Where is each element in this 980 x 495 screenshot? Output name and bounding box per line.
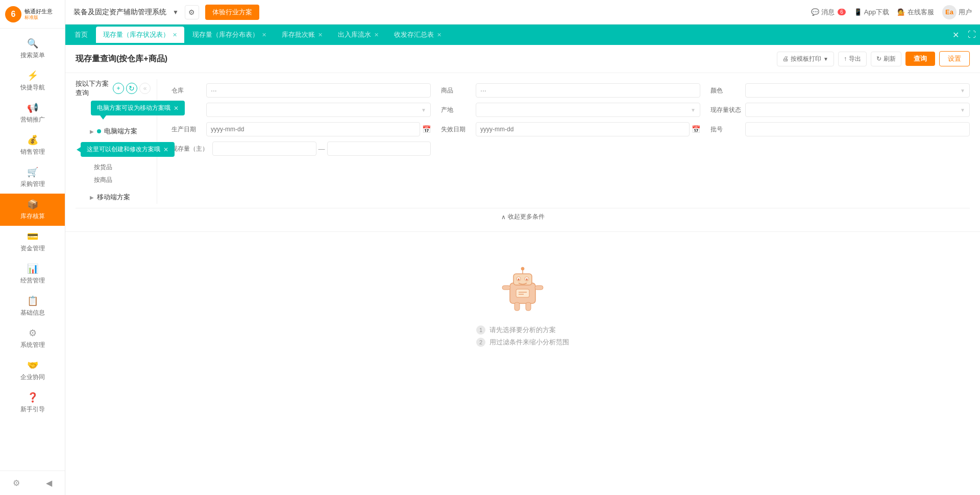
tab-close-inventory-dist[interactable]: ✕	[262, 32, 266, 38]
tab-close-recv-summary[interactable]: ✕	[437, 32, 442, 38]
settings-bottom-icon[interactable]: ⚙	[11, 476, 22, 490]
sidebar-item-basic-info[interactable]: 📋 基础信息	[0, 290, 65, 322]
system-title: 装备及固定资产辅助管理系统	[74, 8, 166, 17]
settings-button[interactable]: 设置	[939, 51, 970, 66]
filter-warehouse: 仓库 ···	[172, 83, 431, 98]
filter-main-panel: 仓库 ··· 商品 ···	[165, 79, 970, 204]
production-date-calendar-icon[interactable]: 📅	[422, 125, 431, 133]
goods-label: 商品	[441, 86, 472, 95]
stock-main-min-input[interactable]	[212, 142, 316, 156]
page-header: 现存量查询(按仓库+商品) 🖨 按模板打印 ▼ ↑ 导出 ↻ 刷新	[65, 45, 980, 73]
sidebar: 6 畅通好生意 标准版 🔍 搜索菜单 ⚡ 快捷导航 📢 营销推广 💰 销售管理 …	[0, 0, 65, 495]
page-inner: 现存量查询(按仓库+商品) 🖨 按模板打印 ▼ ↑ 导出 ↻ 刷新	[65, 45, 980, 495]
header-settings-btn[interactable]: ⚙	[185, 5, 199, 19]
sidebar-item-marketing[interactable]: 📢 营销推广	[0, 97, 65, 129]
expiry-date-calendar-icon[interactable]: 📅	[692, 125, 700, 133]
expiry-date-input[interactable]	[476, 122, 690, 136]
tab-home[interactable]: 首页	[67, 27, 95, 43]
empty-hint-1: 1 请先选择要分析的方案	[476, 325, 569, 335]
search-button[interactable]: 查询	[905, 52, 935, 66]
refresh-scheme-icon[interactable]: ↻	[126, 83, 137, 94]
scheme-tree: ▶ 电脑端方案	[86, 125, 151, 138]
filter-batch-no: 批号	[710, 122, 970, 136]
warehouse-input[interactable]: ···	[206, 83, 431, 98]
close-tab-icon[interactable]: ✕	[949, 29, 962, 41]
tab-inventory-dist[interactable]: 现存量（库存分布表） ✕	[185, 27, 274, 43]
tab-in-out-flow[interactable]: 出入库流水 ✕	[331, 27, 386, 43]
create-tooltip-close[interactable]: ✕	[163, 146, 168, 153]
production-date-input[interactable]	[206, 122, 420, 136]
sidebar-bottom: ⚙ ◀	[0, 470, 65, 495]
svg-point-7	[521, 267, 524, 270]
app-download-btn[interactable]: 📱 App下载	[854, 8, 889, 17]
scheme-item-by-goods[interactable]: 按货品	[90, 161, 151, 174]
stock-main-label: 现存量（主）	[172, 145, 208, 153]
batch-no-label: 批号	[710, 125, 741, 134]
collapse-btn[interactable]: ∧ 收起更多条件	[76, 208, 970, 225]
size-select[interactable]: ▼	[206, 103, 431, 117]
add-scheme-icon[interactable]: +	[113, 83, 124, 94]
stock-status-select[interactable]: ▼	[745, 103, 970, 117]
color-select[interactable]: ▼	[745, 83, 970, 98]
scheme-desktop[interactable]: ▶ 电脑端方案	[86, 125, 151, 138]
print-icon: 🖨	[782, 55, 789, 62]
sidebar-item-purchase[interactable]: 🛒 采购管理	[0, 161, 65, 194]
sidebar-item-quick-nav[interactable]: ⚡ 快捷导航	[0, 65, 65, 97]
tab-close-in-out-flow[interactable]: ✕	[374, 32, 379, 38]
scheme-mobile[interactable]: ▶ 移动端方案	[86, 191, 151, 204]
tab-recv-summary[interactable]: 收发存汇总表 ✕	[387, 27, 449, 43]
svg-rect-8	[502, 286, 510, 290]
batch-no-input[interactable]	[745, 122, 970, 136]
stock-main-divider: —	[318, 145, 325, 153]
scheme-item-by-product[interactable]: 按商品	[90, 174, 151, 186]
sidebar-item-operations[interactable]: 📊 经营管理	[0, 258, 65, 290]
goods-input[interactable]: ···	[476, 83, 700, 98]
origin-select[interactable]: ▼	[476, 103, 700, 117]
maximize-tab-icon[interactable]: ⛶	[966, 29, 978, 41]
user-btn[interactable]: Ea 用户	[942, 5, 972, 19]
sidebar-item-finance[interactable]: 💳 资金管理	[0, 226, 65, 258]
filter-goods: 商品 ···	[441, 83, 700, 98]
page-actions: 🖨 按模板打印 ▼ ↑ 导出 ↻ 刷新 查询 设置	[777, 51, 970, 66]
print-btn[interactable]: 🖨 按模板打印 ▼	[777, 52, 834, 66]
sidebar-item-inventory[interactable]: 📦 库存核算	[0, 194, 65, 226]
messages-btn[interactable]: 💬 消息 6	[811, 8, 846, 17]
svg-rect-12	[516, 289, 529, 297]
sidebar-item-search[interactable]: 🔍 搜索菜单	[0, 33, 65, 65]
tab-inventory-status[interactable]: 现存量（库存状况表） ✕	[96, 27, 184, 43]
svg-rect-11	[526, 302, 531, 311]
color-label: 颜色	[710, 86, 741, 95]
prev-scheme-icon[interactable]: «	[139, 83, 151, 94]
stock-main-max-input[interactable]	[327, 142, 431, 156]
system-dropdown[interactable]: ▼	[173, 9, 179, 16]
svg-rect-1	[513, 274, 532, 285]
tab-close-batch-account[interactable]: ✕	[318, 32, 323, 38]
empty-state: 1 请先选择要分析的方案 2 用过滤条件来缩小分析范围	[65, 232, 980, 381]
filter-origin: 产地 ▼	[441, 103, 700, 117]
sidebar-item-guide[interactable]: ❓ 新手引导	[0, 387, 65, 419]
filter-stock-main: 现存量（主） —	[172, 142, 431, 156]
sidebar-item-sales[interactable]: 💰 销售管理	[0, 129, 65, 161]
filter-grid-row3: 生产日期 📅 失效日期 �	[172, 122, 970, 136]
trial-button[interactable]: 体验行业方案	[205, 5, 259, 20]
export-btn[interactable]: ↑ 导出	[838, 52, 867, 66]
sidebar-item-enterprise[interactable]: 🤝 企业协同	[0, 355, 65, 387]
tab-batch-account[interactable]: 库存批次账 ✕	[275, 27, 330, 43]
handshake-icon: 🤝	[27, 360, 38, 371]
question-icon: ❓	[27, 392, 38, 403]
scheme-tooltip-close[interactable]: ✕	[174, 105, 179, 112]
empty-hints: 1 请先选择要分析的方案 2 用过滤条件来缩小分析范围	[476, 325, 569, 350]
logo-icon: 6	[5, 6, 21, 22]
empty-icon	[497, 263, 548, 315]
sidebar-item-system[interactable]: ⚙ 系统管理	[0, 322, 65, 355]
online-service-btn[interactable]: 💁 在线客服	[897, 8, 934, 17]
tab-close-inventory-status[interactable]: ✕	[173, 32, 177, 38]
money-icon: 💰	[27, 134, 38, 146]
sidebar-nav: 🔍 搜索菜单 ⚡ 快捷导航 📢 营销推广 💰 销售管理 🛒 采购管理 📦 库存核…	[0, 29, 65, 470]
collapse-sidebar-icon[interactable]: ◀	[44, 476, 54, 490]
logo-text: 畅通好生意 标准版	[24, 8, 53, 21]
refresh-btn[interactable]: ↻ 刷新	[871, 52, 901, 66]
empty-robot-svg	[497, 263, 548, 314]
header-right: 💬 消息 6 📱 App下载 💁 在线客服 Ea 用户	[811, 5, 972, 19]
stock-status-label: 现存量状态	[710, 106, 741, 114]
